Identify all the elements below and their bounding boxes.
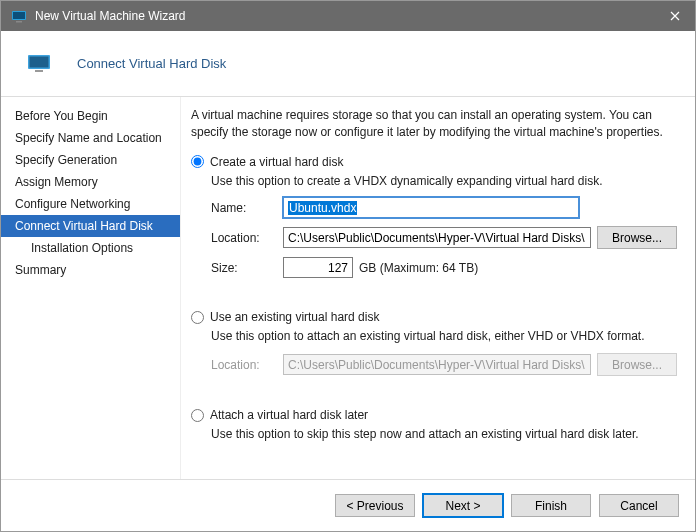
svg-rect-4 — [30, 56, 49, 67]
existing-browse-button: Browse... — [597, 353, 677, 376]
radio-existing-vhd[interactable] — [191, 311, 204, 324]
size-suffix: GB (Maximum: 64 TB) — [359, 261, 478, 275]
next-button[interactable]: Next > — [423, 494, 503, 517]
name-label: Name: — [211, 201, 277, 215]
close-button[interactable] — [655, 1, 695, 31]
option-existing-desc: Use this option to attach an existing vi… — [211, 328, 677, 345]
name-input-value: Ubuntu.vhdx — [288, 201, 357, 215]
wizard-step[interactable]: Summary — [1, 259, 180, 281]
window-title: New Virtual Machine Wizard — [35, 9, 655, 23]
wizard-step[interactable]: Connect Virtual Hard Disk — [1, 215, 180, 237]
finish-button[interactable]: Finish — [511, 494, 591, 517]
name-input[interactable]: Ubuntu.vhdx — [283, 197, 579, 218]
previous-button[interactable]: < Previous — [335, 494, 415, 517]
page-title: Connect Virtual Hard Disk — [77, 56, 226, 71]
size-input[interactable] — [283, 257, 353, 278]
cancel-button[interactable]: Cancel — [599, 494, 679, 517]
location-label: Location: — [211, 231, 277, 245]
wizard-footer: < Previous Next > Finish Cancel — [1, 479, 695, 531]
titlebar: New Virtual Machine Wizard — [1, 1, 695, 31]
radio-create-label: Create a virtual hard disk — [210, 155, 343, 169]
app-icon — [11, 8, 27, 24]
browse-button[interactable]: Browse... — [597, 226, 677, 249]
wizard-step[interactable]: Specify Name and Location — [1, 127, 180, 149]
option-attach-later: Attach a virtual hard disk later Use thi… — [191, 408, 677, 443]
svg-rect-1 — [13, 12, 25, 19]
content-area: Before You BeginSpecify Name and Locatio… — [1, 97, 695, 479]
svg-rect-2 — [16, 21, 22, 23]
wizard-step[interactable]: Specify Generation — [1, 149, 180, 171]
option-create-desc: Use this option to create a VHDX dynamic… — [211, 173, 677, 190]
radio-attach-later[interactable] — [191, 409, 204, 422]
wizard-steps-sidebar: Before You BeginSpecify Name and Locatio… — [1, 97, 181, 479]
wizard-step[interactable]: Before You Begin — [1, 105, 180, 127]
radio-later-label: Attach a virtual hard disk later — [210, 408, 368, 422]
location-input[interactable] — [283, 227, 591, 248]
option-create-vhd: Create a virtual hard disk Use this opti… — [191, 155, 677, 279]
wizard-step[interactable]: Assign Memory — [1, 171, 180, 193]
size-label: Size: — [211, 261, 277, 275]
intro-text: A virtual machine requires storage so th… — [191, 107, 677, 141]
wizard-header: Connect Virtual Hard Disk — [1, 31, 695, 97]
wizard-step[interactable]: Installation Options — [1, 237, 180, 259]
monitor-icon — [27, 55, 51, 73]
radio-create-vhd[interactable] — [191, 155, 204, 168]
existing-location-input — [283, 354, 591, 375]
option-existing-vhd: Use an existing virtual hard disk Use th… — [191, 310, 677, 376]
radio-existing-label: Use an existing virtual hard disk — [210, 310, 379, 324]
wizard-step[interactable]: Configure Networking — [1, 193, 180, 215]
existing-location-label: Location: — [211, 358, 277, 372]
svg-rect-5 — [35, 70, 43, 72]
wizard-page: A virtual machine requires storage so th… — [181, 97, 695, 479]
option-later-desc: Use this option to skip this step now an… — [211, 426, 677, 443]
